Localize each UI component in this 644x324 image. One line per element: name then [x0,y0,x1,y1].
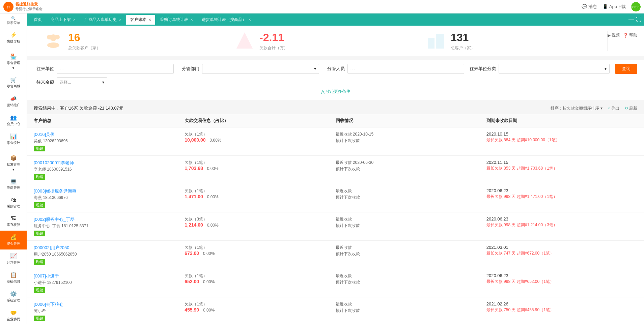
svg-rect-8 [436,34,444,49]
close-production-icon[interactable]: ✕ [119,18,121,22]
debt-amount-2[interactable]: 1,471.00 [185,194,203,199]
table-body: [0016]吴俊 吴俊 13026203696 现销 欠款（1笔） 10,000… [27,127,644,324]
sidebar-item-retail-mall[interactable]: 🛒 零售商城 [0,73,27,92]
overdue-link-4[interactable]: 超期¥672.00（1笔） [517,251,554,256]
sidebar-item-finance[interactable]: 💰 资金管理 [0,231,27,249]
tab-inbound-stat[interactable]: 进货单统计表（按商品） ✕ [198,15,255,25]
overdue-link-1[interactable]: 超期¥1,703.68（1笔） [517,166,557,171]
search-button[interactable]: 查询 [615,64,637,74]
debt-label-4: 欠款（1笔） [185,245,335,251]
batch-mgmt-icon: 📦 [10,155,17,161]
overdue-link-3[interactable]: 超期¥1,214.00（3笔） [517,223,557,227]
overdue-link-2[interactable]: 超期¥1,471.00（1笔） [517,194,557,199]
total-customers-value: 131 [451,31,475,44]
manager-label: 分管人员 [325,66,345,72]
dept-select[interactable]: ▾ [202,64,319,74]
sidebar-item-purchase[interactable]: 🛍 采购管理 [0,194,27,212]
last-collection-4: 最近收款 [336,245,486,251]
tab-maximize-btn[interactable]: ⛶ [636,17,641,23]
main-layout: 🔍 搜索菜单 ⚡ 快捷导航 🏪 零售管理 ▼ 🛒 零售商城 📣 营销推广 👥 会… [0,13,644,324]
debt-amount-5[interactable]: 652.00 [185,279,199,284]
app-download-btn[interactable]: 📱 App下载 [603,4,626,10]
sidebar-item-retail-mgmt[interactable]: 🏪 零售管理 ▼ [0,50,27,73]
customer-name-3[interactable]: [0002]服务中心_丁磊 [34,216,185,223]
debt-amount-1[interactable]: 1,703.68 [185,166,203,171]
debt-pct-4: 0.00% [203,251,215,256]
sidebar-item-member[interactable]: 👥 会员中心 [0,111,27,130]
tab-production[interactable]: 产成品入库单历史 ✕ [80,15,125,25]
tab-minimize-btn[interactable]: — [628,17,634,23]
retail-mgmt-icon: 🏪 [10,53,17,60]
close-purchase-order-icon[interactable]: ✕ [190,18,193,22]
sort-btn[interactable]: 排序：按欠款金额倒序排序 ▾ [551,106,603,111]
help-icon: ❓ [623,33,628,38]
total-customers-icon [426,31,445,51]
collection-cell-6: 最近收款 预计下次收款 [336,301,486,314]
customer-name-1[interactable]: [0001020001]李老师 [34,160,185,166]
customer-name-5[interactable]: [0007]小进干 [34,273,185,279]
help-btn[interactable]: ❓ 帮助 [623,32,637,38]
debt-pct-1: 0.00% [207,166,219,171]
overdue-link-0[interactable]: 超期¥10,000.00（1笔） [517,138,560,142]
last-collection-3: 最近收款 [336,216,486,222]
customer-tag-5: 现销 [34,287,45,293]
view-video-btn[interactable]: ▶ 视频 [608,32,620,38]
tab-purchase-order[interactable]: 采购订单统计表 ✕ [156,15,197,25]
due-date-cell-4: 2021.03.01 最长欠款 747 天 超期¥672.00（1笔） [486,245,637,256]
svg-text:好: 好 [7,5,10,9]
customer-tag-1: 现销 [34,174,45,180]
debt-amount-0[interactable]: 10,000.00 [185,137,205,143]
tab-customer-account[interactable]: 客户账本 ✕ [126,15,155,25]
sidebar-item-inventory[interactable]: 🏗 库存核算 [0,212,27,231]
unit-class-select[interactable]: ▾ [499,64,610,74]
manager-input[interactable]: ... [347,64,465,74]
debt-amount-3[interactable]: 1,214.00 [185,222,203,228]
customer-name-2[interactable]: [0003]畅捷服务尹海燕 [34,188,185,194]
top-bar: 好 畅捷通好生意 母婴行业演示账套 💬 消息 📱 App下载 demo2 [0,0,644,13]
from-unit-input[interactable]: ... [57,64,174,74]
debt-amount-4[interactable]: 672.00 [185,251,199,256]
sidebar-item-fast-nav[interactable]: ⚡ 快捷导航 [0,28,27,47]
user-avatar-btn[interactable]: demo2 [631,2,641,11]
operations-icon: 📈 [10,253,17,259]
tab-products[interactable]: 商品上下架 ✕ [47,15,80,25]
finance-icon: 💰 [10,234,17,240]
sidebar-item-enterprise[interactable]: 🤝 企业协同 [0,306,27,324]
table-container: 客户信息 欠款交易信息（占比） 回收情况 到期未收款日期 [0016]吴俊 吴俊… [27,114,644,324]
store-name[interactable]: 母婴行业演示账套 [16,7,43,11]
export-btn[interactable]: ○ 导出 [608,106,619,111]
collapse-filters-btn[interactable]: ⋀ 收起更多条件 [34,87,637,96]
tab-home[interactable]: 首页 [30,15,46,25]
sidebar-item-retail-stat[interactable]: 📊 零售统计 [0,130,27,149]
close-customer-account-icon[interactable]: ✕ [148,18,151,22]
sidebar-item-operations[interactable]: 📈 经营管理 [0,249,27,268]
close-products-icon[interactable]: ✕ [73,18,76,22]
debt-label-0: 欠款（1笔） [185,131,335,137]
debt-pct-5: 0.00% [203,279,215,284]
sidebar-item-ecommerce[interactable]: 💻 电商管理 [0,175,27,194]
debt-cell-1: 欠款（1笔） 1,703.68 0.00% [185,160,335,171]
sidebar-item-marketing[interactable]: 📣 营销推广 [0,92,27,111]
collection-cell-4: 最近收款 预计下次收款 [336,245,486,257]
refresh-btn[interactable]: ↻ 刷新 [625,106,637,111]
due-date-value-6: 2021.02.26 [486,301,637,306]
sidebar-item-system[interactable]: ⚙️ 系统管理 [0,287,27,306]
customer-name-4[interactable]: [000002]用户2050 [34,245,185,251]
debt-amount-value: -2.11 [259,31,288,44]
close-inbound-stat-icon[interactable]: ✕ [248,18,251,22]
avatar: demo2 [631,2,641,11]
customer-name-6[interactable]: [0006]去下粮仓 [34,301,185,307]
customer-cell-5: [0007]小进干 小进干 18279152100 现销 [34,273,185,293]
overdue-link-6[interactable]: 超期¥455.90（1笔） [517,307,554,312]
customer-name-0[interactable]: [0016]吴俊 [34,131,185,138]
stats-row: 16 总欠款客户（家） -2.11 欠款合计（万） [27,26,644,56]
sidebar-item-base-info[interactable]: 📋 基础信息 [0,268,27,287]
collapse-icon: ⋀ [321,89,325,94]
balance-select[interactable]: 选择... ▾ [57,77,107,87]
message-btn[interactable]: 💬 消息 [582,4,597,10]
debt-amount-6[interactable]: 455.90 [185,307,199,313]
sidebar-item-batch-mgmt[interactable]: 📦 批发管理 ▼ [0,151,27,175]
sidebar-search-btn[interactable]: 🔍 搜索菜单 [0,13,27,28]
member-icon: 👥 [10,114,17,121]
overdue-link-5[interactable]: 超期¥652.00（1笔） [517,279,554,284]
